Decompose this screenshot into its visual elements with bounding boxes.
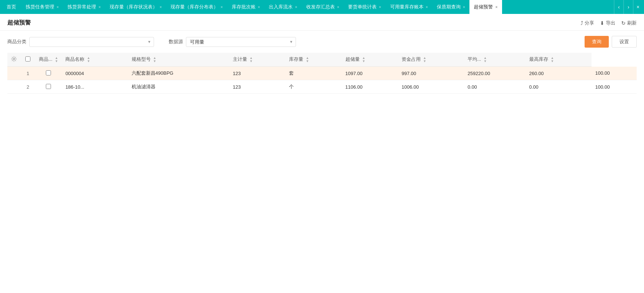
sort-stock-icon[interactable]: ▲▼ — [306, 56, 309, 63]
row-gear-1 — [7, 80, 21, 94]
col-maxstock-header: 最高库存 ▲▼ — [526, 53, 592, 67]
row-stock-1: 1106.00 — [342, 80, 398, 94]
nav-tab-3[interactable]: 现存量（库存状况表） × — [105, 0, 166, 14]
row-num-1: 2 — [21, 80, 35, 94]
share-button[interactable]: ⤴ 分享 — [581, 20, 594, 26]
row-gear-0 — [7, 67, 21, 80]
row-name-0: 六配套新昌490BPG — [128, 67, 229, 80]
nav-tab-4[interactable]: 现存量（库存分布表） × — [166, 0, 227, 14]
nav-tab-6[interactable]: 出入库流水 × — [264, 0, 301, 14]
col-gear — [7, 53, 21, 67]
row-code-1: 186-10... — [62, 80, 128, 94]
category-select[interactable] — [29, 37, 154, 47]
datasource-select-wrapper: 可用量 库存量 — [186, 37, 296, 47]
nav-tab-1[interactable]: 拣货任务管理 × — [21, 0, 63, 14]
nav-arrows: ‹ › × — [614, 0, 643, 14]
category-select-wrapper — [29, 37, 154, 47]
row-capital-0: 259220.00 — [464, 67, 526, 80]
col-stock-header: 库存量 ▲▼ — [285, 53, 341, 67]
select-all-checkbox[interactable] — [25, 56, 30, 62]
settings-button[interactable]: 设置 — [612, 36, 637, 48]
nav-arrow-close[interactable]: × — [633, 0, 643, 14]
nav-tab-11[interactable]: 超储预警 × — [469, 0, 502, 14]
table-header-row: 商品... ▲▼ 商品名称 ▲▼ 规格型号 ▲▼ 主计量 ▲▼ — [7, 53, 637, 67]
col-avg-header: 平均... ▲▼ — [464, 53, 526, 67]
nav-tab-9[interactable]: 可用量库存账本 × — [386, 0, 432, 14]
row-checkbox-cell-1 — [35, 80, 62, 94]
nav-tab-8[interactable]: 要货单统计表 × — [344, 0, 385, 14]
close-tab-6-icon[interactable]: × — [295, 5, 297, 9]
data-table: 商品... ▲▼ 商品名称 ▲▼ 规格型号 ▲▼ 主计量 ▲▼ — [7, 53, 637, 94]
filter-actions: 查询 设置 — [585, 36, 637, 48]
row-stock-0: 1097.00 — [342, 67, 398, 80]
page-title: 超储预警 — [7, 19, 31, 27]
col-checkbox-header — [21, 53, 35, 67]
row-name-1: 机油滤清器 — [128, 80, 229, 94]
col-capital-header: 资金占用 ▲▼ — [398, 53, 464, 67]
close-tab-11-icon[interactable]: × — [495, 5, 497, 9]
row-maxstock-0: 100.00 — [592, 67, 637, 80]
page: 超储预警 ⤴ 分享 ⬇ 导出 ↻ 刷新 商品分类 — [0, 14, 644, 293]
close-tab-1-icon[interactable]: × — [56, 5, 59, 9]
close-tab-4-icon[interactable]: × — [220, 5, 223, 9]
header-actions: ⤴ 分享 ⬇ 导出 ↻ 刷新 — [581, 20, 637, 26]
sort-maxstock-icon[interactable]: ▲▼ — [550, 56, 554, 63]
top-nav: 首页 拣货任务管理 × 拣货异常处理 × 现存量（库存状况表） × 现存量（库存… — [0, 0, 644, 14]
col-unit-header: 主计量 ▲▼ — [229, 53, 285, 67]
nav-home[interactable]: 首页 — [1, 0, 21, 14]
sort-spec-icon[interactable]: ▲▼ — [153, 56, 156, 63]
col-spec-header: 规格型号 ▲▼ — [128, 53, 229, 67]
filter-bar: 商品分类 数据源 可用量 库存量 查询 设置 — [0, 31, 644, 53]
row-capital-1: 0.00 — [464, 80, 526, 94]
row-avg-0: 260.00 — [526, 67, 592, 80]
table-body: 1 0000004 六配套新昌490BPG 123 套 1097.00 997.… — [7, 67, 637, 94]
query-button[interactable]: 查询 — [585, 36, 609, 48]
row-checkbox-1[interactable] — [46, 84, 51, 89]
col-overstock-header: 超储量 ▲▼ — [342, 53, 398, 67]
close-tab-5-icon[interactable]: × — [258, 5, 260, 9]
col-name-header: 商品名称 ▲▼ — [62, 53, 128, 67]
nav-arrow-right[interactable]: › — [623, 0, 633, 14]
refresh-icon: ↻ — [621, 20, 626, 26]
close-tab-8-icon[interactable]: × — [379, 5, 381, 9]
close-tab-7-icon[interactable]: × — [337, 5, 339, 9]
close-tab-3-icon[interactable]: × — [160, 5, 162, 9]
gear-settings-icon[interactable] — [11, 56, 17, 62]
sort-capital-icon[interactable]: ▲▼ — [423, 56, 427, 63]
row-code-0: 0000004 — [62, 67, 128, 80]
nav-tab-10[interactable]: 保质期查询 × — [432, 0, 469, 14]
nav-tab-7[interactable]: 收发存汇总表 × — [302, 0, 344, 14]
nav-arrow-left[interactable]: ‹ — [614, 0, 623, 14]
row-overstock-1: 1006.00 — [398, 80, 464, 94]
sort-overstock-icon[interactable]: ▲▼ — [362, 56, 365, 63]
share-icon: ⤴ — [581, 20, 583, 26]
close-tab-2-icon[interactable]: × — [98, 5, 100, 9]
row-checkbox-0[interactable] — [46, 70, 51, 75]
sort-unit-icon[interactable]: ▲▼ — [249, 56, 253, 63]
nav-tab-2[interactable]: 拣货异常处理 × — [63, 0, 105, 14]
sort-code-icon[interactable]: ▲▼ — [55, 56, 58, 63]
table-row: 2 186-10... 机油滤清器 123 个 1106.00 1006.00 … — [7, 80, 637, 94]
row-avg-1: 0.00 — [526, 80, 592, 94]
sort-avg-icon[interactable]: ▲▼ — [484, 56, 487, 63]
svg-point-0 — [13, 58, 15, 60]
row-spec-1: 123 — [229, 80, 285, 94]
table-header: 商品... ▲▼ 商品名称 ▲▼ 规格型号 ▲▼ 主计量 ▲▼ — [7, 53, 637, 67]
nav-tab-5[interactable]: 库存批次账 × — [227, 0, 264, 14]
sort-name-icon[interactable]: ▲▼ — [87, 56, 90, 63]
export-icon: ⬇ — [600, 20, 604, 26]
datasource-label: 数据源 — [169, 38, 183, 45]
export-button[interactable]: ⬇ 导出 — [600, 20, 615, 26]
row-checkbox-cell-0 — [35, 67, 62, 80]
row-unit-1: 个 — [285, 80, 341, 94]
datasource-filter-group: 数据源 可用量 库存量 — [169, 37, 296, 47]
close-tab-10-icon[interactable]: × — [463, 5, 465, 9]
close-tab-9-icon[interactable]: × — [426, 5, 428, 9]
row-maxstock-1: 100.00 — [592, 80, 637, 94]
refresh-button[interactable]: ↻ 刷新 — [621, 20, 637, 26]
datasource-select[interactable]: 可用量 库存量 — [186, 37, 296, 47]
page-header: 超储预警 ⤴ 分享 ⬇ 导出 ↻ 刷新 — [0, 14, 644, 31]
row-unit-0: 套 — [285, 67, 341, 80]
row-overstock-0: 997.00 — [398, 67, 464, 80]
category-label: 商品分类 — [7, 38, 26, 45]
